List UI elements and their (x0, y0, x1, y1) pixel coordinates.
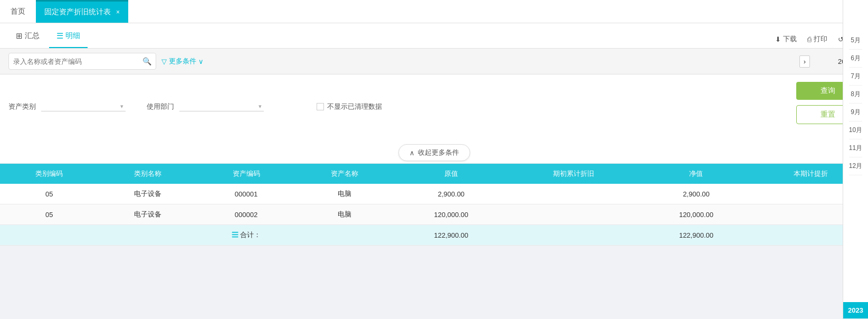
collapse-panel-icon[interactable]: › (799, 55, 810, 68)
month-item[interactable]: 6月 (849, 50, 862, 68)
tab-summary[interactable]: ⊞ 汇总 (8, 25, 47, 48)
table-body: 05 电子设备 000001 电脑 2,900.00 2,900.00 05 电… (0, 184, 868, 246)
cell-original-value: 2,900.00 (394, 184, 509, 204)
total-accumulated-depreciation (509, 225, 639, 246)
cell-category-name: 电子设备 (99, 204, 197, 225)
col-category-name: 类别名称 (99, 164, 197, 184)
asset-type-label: 资产类别 (8, 102, 36, 111)
asset-type-field: 资产类别 ▾ (8, 102, 126, 111)
download-button[interactable]: ⬇ 下载 (775, 34, 797, 44)
summary-icon: ⊞ (16, 31, 23, 41)
month-item[interactable]: 8月 (849, 86, 862, 104)
download-icon: ⬇ (775, 35, 781, 43)
chevron-down-icon: ∨ (198, 58, 204, 65)
tab-close-icon[interactable]: × (116, 8, 120, 16)
checkbox-group: 不显示已清理数据 (317, 102, 382, 111)
data-table: 类别编码 类别名称 资产编码 资产名称 原值 期初累计折旧 净值 本期计提折 0… (0, 164, 868, 246)
tab-summary-label: 汇总 (25, 31, 40, 41)
cell-category-code: 05 (0, 184, 99, 204)
toolbar: ⊞ 汇总 ☰ 明细 ⬇ 下载 ⎙ 打印 ↺ 刷新 (0, 23, 868, 49)
month-item[interactable]: 10月 (849, 121, 862, 139)
search-input-wrap: 🔍 (8, 53, 156, 70)
cell-original-value: 120,000.00 (394, 204, 509, 225)
collapse-icon: ∧ (409, 149, 415, 157)
month-item[interactable]: 9月 (849, 104, 862, 121)
col-asset-name: 资产名称 (295, 164, 394, 184)
header-row: 类别编码 类别名称 资产编码 资产名称 原值 期初累计折旧 净值 本期计提折 (0, 164, 868, 184)
cell-category-name: 电子设备 (99, 184, 197, 204)
col-accumulated-depreciation: 期初累计折旧 (509, 164, 639, 184)
cell-asset-code: 000001 (197, 184, 295, 204)
main-container: ⊞ 汇总 ☰ 明细 ⬇ 下载 ⎙ 打印 ↺ 刷新 (0, 23, 868, 319)
total-net-value: 122,900.00 (639, 225, 753, 246)
month-item[interactable]: 12月 (849, 157, 862, 175)
filter-panel: 资产类别 ▾ 使用部门 ▾ 不显示已清理数据 (0, 74, 868, 164)
month-item[interactable]: 11月 (849, 139, 862, 157)
panel-toggle[interactable]: › (799, 55, 810, 68)
cell-asset-code: 000002 (197, 204, 295, 225)
cleared-data-checkbox[interactable] (317, 103, 324, 110)
cleared-data-label: 不显示已清理数据 (327, 102, 382, 111)
total-label: ☰ 合计： (99, 225, 394, 246)
table-row: 05 电子设备 000002 电脑 120,000.00 120,000.00 (0, 204, 868, 225)
main-tab[interactable]: 固定资产折旧统计表 × (36, 0, 128, 23)
year-item[interactable]: 2023 (843, 302, 868, 319)
col-original-value: 原值 (394, 164, 509, 184)
total-icon-cell (0, 225, 99, 246)
detail-icon: ☰ (56, 31, 63, 41)
month-item[interactable]: 7月 (849, 68, 862, 86)
asset-type-select[interactable]: ▾ (41, 102, 126, 111)
cell-accumulated-depreciation (509, 184, 639, 204)
total-original-value: 122,900.00 (394, 225, 509, 246)
cell-net-value: 2,900.00 (639, 184, 753, 204)
home-tab[interactable]: 首页 (0, 0, 36, 23)
print-button[interactable]: ⎙ 打印 (807, 34, 827, 44)
department-field: 使用部门 ▾ (147, 102, 264, 111)
cell-accumulated-depreciation (509, 204, 639, 225)
search-input[interactable] (13, 58, 140, 65)
col-asset-code: 资产编码 (197, 164, 295, 184)
search-bar: 🔍 ▽ 更多条件 ∨ › 2023.01 (0, 49, 868, 74)
table-row: 05 电子设备 000001 电脑 2,900.00 2,900.00 (0, 184, 868, 204)
table-container: 类别编码 类别名称 资产编码 资产名称 原值 期初累计折旧 净值 本期计提折 0… (0, 164, 868, 319)
filter-icon: ▽ (161, 58, 167, 65)
cell-asset-name: 电脑 (295, 204, 394, 225)
filter-row: 资产类别 ▾ 使用部门 ▾ 不显示已清理数据 (8, 82, 860, 139)
department-arrow-icon: ▾ (259, 103, 262, 110)
content-area: ⊞ 汇总 ☰ 明细 ⬇ 下载 ⎙ 打印 ↺ 刷新 (0, 23, 868, 319)
col-category-code: 类别编码 (0, 164, 99, 184)
cell-asset-name: 电脑 (295, 184, 394, 204)
total-row: ☰ 合计： 122,900.00 122,900.00 (0, 225, 868, 246)
department-select[interactable]: ▾ (179, 102, 264, 111)
top-nav: 首页 固定资产折旧统计表 × ✕ (0, 0, 868, 23)
table-header: 类别编码 类别名称 资产编码 资产名称 原值 期初累计折旧 净值 本期计提折 (0, 164, 868, 184)
main-tab-label: 固定资产折旧统计表 (44, 7, 111, 17)
print-label: 打印 (814, 34, 827, 44)
more-conditions-button[interactable]: ▽ 更多条件 ∨ (161, 57, 204, 66)
download-label: 下载 (783, 34, 797, 44)
collapse-button[interactable]: ∧ 收起更多条件 (398, 144, 470, 161)
collapse-bar: ∧ 收起更多条件 (8, 139, 860, 163)
col-net-value: 净值 (639, 164, 753, 184)
more-conditions-label: 更多条件 (169, 57, 196, 66)
cell-category-code: 05 (0, 204, 99, 225)
right-month-panel: 5月6月7月8月9月10月11月12月 2023 (843, 0, 868, 319)
tab-detail-label: 明细 (65, 31, 80, 41)
print-icon: ⎙ (807, 35, 812, 43)
search-icon: 🔍 (142, 57, 151, 65)
asset-type-arrow-icon: ▾ (120, 103, 123, 110)
tab-detail[interactable]: ☰ 明细 (49, 25, 88, 48)
month-list: 5月6月7月8月9月10月11月12月 (849, 32, 862, 175)
collapse-label: 收起更多条件 (418, 148, 459, 157)
month-item[interactable]: 5月 (849, 32, 862, 50)
cell-net-value: 120,000.00 (639, 204, 753, 225)
department-label: 使用部门 (147, 102, 174, 111)
